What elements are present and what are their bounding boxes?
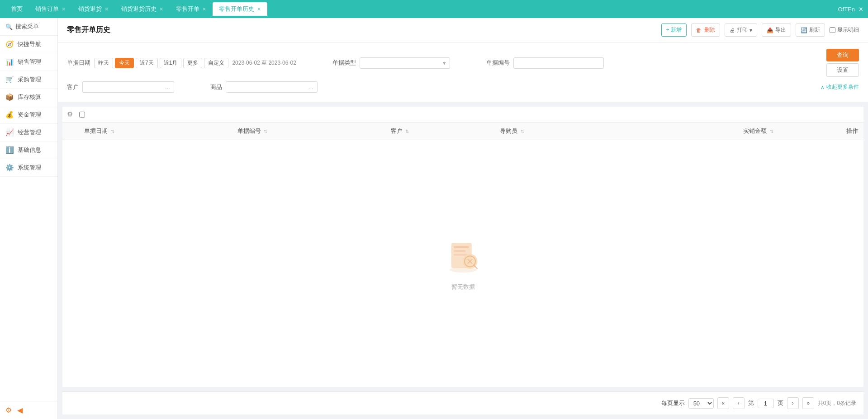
settings-icon[interactable]: ⚙ <box>5 406 12 414</box>
show-detail-checkbox[interactable]: 显示明细 <box>830 26 859 34</box>
th-salesperson[interactable]: 导购员 ⇅ <box>494 122 626 140</box>
sidebar-item-purchase-mgmt[interactable]: 🛒 采购管理 <box>0 71 57 89</box>
page-prefix-label: 第 <box>748 399 754 407</box>
finance-mgmt-icon: 💰 <box>5 111 14 119</box>
th-salesperson-sort-icon: ⇅ <box>521 129 524 134</box>
sidebar-item-quick-nav[interactable]: 🧭 快捷导航 <box>0 36 57 53</box>
print-button[interactable]: 🖨 打印 ▾ <box>725 24 757 37</box>
settings-filter-button[interactable]: 设置 <box>826 63 859 77</box>
current-page-input[interactable] <box>758 399 774 408</box>
tab-retail-bill-label: 零售开单 <box>176 5 199 13</box>
th-amount-sort-icon: ⇅ <box>770 129 773 134</box>
date-filter-label: 单据日期 <box>67 59 90 67</box>
search-icon: 🔍 <box>5 24 13 30</box>
inventory-icon: 📦 <box>5 93 14 101</box>
docno-input[interactable] <box>517 60 600 66</box>
goods-input-container[interactable]: ... <box>226 81 318 93</box>
tab-sales-order[interactable]: 销售订单 ✕ <box>29 2 72 16</box>
filter-date-item: 单据日期 昨天 今天 近7天 近1月 更多 自定义 2023-06-02 至 2… <box>67 58 296 68</box>
close-sales-return-icon[interactable]: ✕ <box>104 6 109 12</box>
close-sales-order-icon[interactable]: ✕ <box>62 6 66 12</box>
tab-home[interactable]: 首页 <box>5 2 29 16</box>
tab-sales-return-history-label: 销货退货历史 <box>121 5 157 13</box>
tabbar-right: OfTEn ✕ <box>838 6 863 13</box>
sidebar-bottom: ⚙ ◀ <box>0 401 57 419</box>
tab-home-label: 首页 <box>11 5 23 13</box>
date-btn-yesterday[interactable]: 昨天 <box>94 58 113 68</box>
goods-dots-icon: ... <box>308 84 313 90</box>
tabbar-window-close-icon[interactable]: ✕ <box>859 6 863 13</box>
sidebar-item-inventory[interactable]: 📦 库存核算 <box>0 89 57 106</box>
th-checkbox <box>62 122 79 140</box>
date-btn-custom[interactable]: 自定义 <box>204 58 228 68</box>
last-page-btn[interactable]: » <box>802 397 814 409</box>
th-date[interactable]: 单据日期 ⇅ <box>79 122 232 140</box>
select-all-checkbox[interactable] <box>79 112 85 118</box>
close-sales-return-history-icon[interactable]: ✕ <box>159 6 163 12</box>
table-area: ⚙ 单据日期 ⇅ 单据编号 ⇅ <box>62 107 863 387</box>
delete-button[interactable]: 🗑 删除 <box>691 24 720 37</box>
close-retail-bill-icon[interactable]: ✕ <box>202 6 206 12</box>
tab-sales-return-history[interactable]: 销货退货历史 ✕ <box>115 2 170 16</box>
data-table: 单据日期 ⇅ 单据编号 ⇅ 客户 ⇅ 导购员 ⇅ <box>62 122 863 140</box>
sidebar-item-finance-mgmt[interactable]: 💰 资金管理 <box>0 106 57 124</box>
th-amount[interactable]: 实销金额 ⇅ <box>626 122 779 140</box>
print-label: 打印 <box>737 26 748 34</box>
docno-input-container[interactable] <box>513 57 604 69</box>
doctype-dropdown-icon: ▾ <box>443 60 446 66</box>
sidebar-item-sales-mgmt[interactable]: 📊 销售管理 <box>0 53 57 71</box>
th-customer[interactable]: 客户 ⇅ <box>385 122 495 140</box>
show-detail-input[interactable] <box>830 27 835 33</box>
date-btn-more[interactable]: 更多 <box>183 58 202 68</box>
collapse-filter-icon: ∧ <box>821 84 825 90</box>
th-docno[interactable]: 单据编号 ⇅ <box>232 122 385 140</box>
sales-mgmt-icon: 📊 <box>5 58 14 66</box>
filter-row-1: 单据日期 昨天 今天 近7天 近1月 更多 自定义 2023-06-02 至 2… <box>67 49 859 77</box>
date-btn-7days[interactable]: 近7天 <box>136 58 158 68</box>
refresh-label: 刷新 <box>809 26 820 34</box>
prev-page-btn[interactable]: ‹ <box>733 397 745 409</box>
tab-sales-return-label: 销货退货 <box>78 5 102 13</box>
export-button[interactable]: 📤 导出 <box>762 24 791 37</box>
per-page-select[interactable]: 50 10 20 100 <box>688 398 714 409</box>
date-btn-1month[interactable]: 近1月 <box>160 58 182 68</box>
tab-sales-order-label: 销售订单 <box>35 5 59 13</box>
tab-retail-bill[interactable]: 零售开单 ✕ <box>170 2 213 16</box>
sidebar-item-sales-mgmt-label: 销售管理 <box>18 58 41 66</box>
top-tabbar: 首页 销售订单 ✕ 销货退货 ✕ 销货退货历史 ✕ 零售开单 ✕ 零售开单历史 … <box>0 0 868 18</box>
docno-filter-label: 单据编号 <box>486 59 510 67</box>
customer-input[interactable] <box>86 84 162 90</box>
close-retail-bill-history-icon[interactable]: ✕ <box>257 6 261 12</box>
sidebar-item-inventory-label: 库存核算 <box>18 93 41 101</box>
th-date-label: 单据日期 <box>84 127 108 134</box>
add-button[interactable]: + 新增 <box>661 24 687 37</box>
sidebar-search[interactable]: 🔍 搜索采单 <box>0 18 57 36</box>
tab-sales-return[interactable]: 销货退货 ✕ <box>72 2 115 16</box>
sidebar-item-business-mgmt[interactable]: 📈 经营管理 <box>0 124 57 141</box>
sidebar-item-system-mgmt[interactable]: ⚙️ 系统管理 <box>0 159 57 177</box>
date-buttons-group: 昨天 今天 近7天 近1月 更多 自定义 <box>94 58 228 68</box>
tab-retail-bill-history[interactable]: 零售开单历史 ✕ <box>213 2 267 16</box>
collapse-sidebar-icon[interactable]: ◀ <box>17 406 23 414</box>
table-settings-icon[interactable]: ⚙ <box>67 110 73 118</box>
sidebar-item-basic-info-label: 基础信息 <box>18 146 41 154</box>
first-page-btn[interactable]: « <box>717 397 729 409</box>
refresh-button[interactable]: 🔄 刷新 <box>796 24 825 37</box>
tabbar-brand-text: OfTEn <box>838 6 855 13</box>
doctype-select[interactable]: ▾ <box>360 57 450 69</box>
customer-dots-icon: ... <box>165 84 170 90</box>
goods-input[interactable] <box>230 84 306 90</box>
th-actions: 操作 <box>779 122 863 140</box>
filter-goods-item: 商品 ... <box>210 81 318 93</box>
th-date-sort-icon: ⇅ <box>111 129 114 134</box>
query-button[interactable]: 查询 <box>826 49 859 61</box>
doctype-filter-label: 单据类型 <box>332 59 356 67</box>
sidebar-item-quick-nav-label: 快捷导航 <box>18 40 41 48</box>
next-page-btn[interactable]: › <box>787 397 799 409</box>
sidebar-item-basic-info[interactable]: ℹ️ 基础信息 <box>0 141 57 159</box>
th-actions-label: 操作 <box>846 127 858 134</box>
page-header: 零售开单历史 + 新增 🗑 删除 🖨 打印 ▾ 📤 导出 🔄 <box>58 18 868 42</box>
date-btn-today[interactable]: 今天 <box>115 58 134 68</box>
customer-input-container[interactable]: ... <box>82 81 174 93</box>
collapse-filter-btn[interactable]: ∧ 收起更多条件 <box>821 83 859 91</box>
